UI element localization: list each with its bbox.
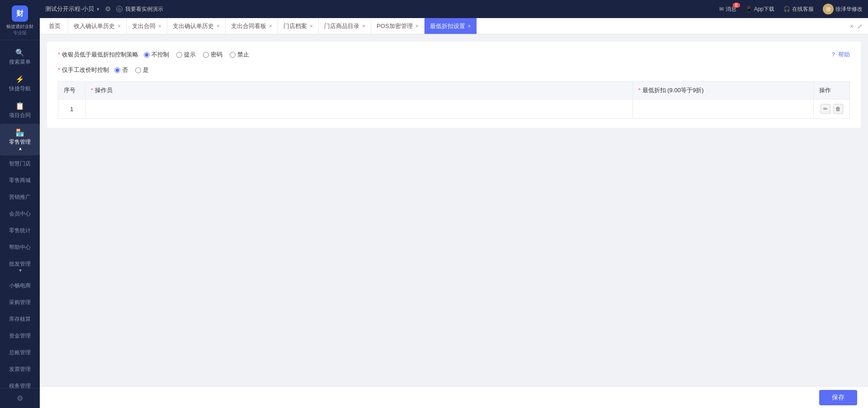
sidebar-item-label: 小畅电商: [9, 282, 31, 290]
sidebar-item-retail[interactable]: 🏪 零售管理 ▲: [0, 124, 40, 155]
sidebar-item-label: 零售管理: [9, 138, 31, 146]
sidebar-item-wholesale[interactable]: 批发管理 ▼: [0, 256, 40, 277]
sidebar-item-label: 总账管理: [9, 349, 31, 356]
sidebar-item-marketing[interactable]: 营销推广: [0, 189, 40, 206]
sidebar-item-label: 资金管理: [9, 332, 31, 340]
table-header-row: 序号 操作员 最低折扣 (9.00等于9折) 操作: [58, 82, 850, 99]
policy-option-no-control[interactable]: 不控制: [144, 51, 169, 59]
cell-discount: [633, 99, 814, 119]
topbar-message[interactable]: ✉ 消息 8: [719, 5, 736, 13]
tab-home[interactable]: 首页: [42, 18, 68, 34]
main-area: 测试分开示程-小贝 ▾ ⚙ ◎ 我要看实例演示 ✉ 消息 8 📱 App下载 🎧…: [40, 0, 868, 408]
table-header: 序号 操作员 最低折扣 (9.00等于9折) 操作: [58, 82, 850, 99]
tab-expense-contract[interactable]: 支出合同 ×: [127, 18, 167, 34]
discount-table: 序号 操作员 最低折扣 (9.00等于9折) 操作 1 ✏: [58, 81, 850, 119]
tab-pos-manage[interactable]: POS加密管理 ×: [371, 18, 424, 34]
sidebar-item-label: 营销推广: [9, 193, 31, 201]
topbar-right: ✉ 消息 8 📱 App下载 🎧 在线客服 徐 徐泽华修改: [719, 4, 863, 14]
tab-expense-board[interactable]: 支出合同看板 ×: [226, 18, 278, 34]
policy-radio-forbid[interactable]: [230, 52, 236, 58]
topbar-customer-service[interactable]: 🎧 在线客服: [783, 5, 814, 13]
project-name: 测试分开示程-小贝: [45, 5, 94, 13]
row-action-btns: ✏ 🗑: [819, 104, 844, 114]
policy-radio-password[interactable]: [203, 52, 209, 58]
manual-radio-group: 否 是: [114, 66, 149, 74]
maximize-icon[interactable]: ⤢: [857, 23, 863, 30]
sidebar-item-smart-store[interactable]: 智慧门店: [0, 155, 40, 172]
user-name: 徐泽华修改: [835, 5, 863, 13]
tab-close-icon[interactable]: ×: [217, 23, 220, 29]
sidebar-item-label: 零售统计: [9, 227, 31, 234]
sidebar-item-finance[interactable]: 资金管理: [0, 328, 40, 344]
manual-option-yes[interactable]: 是: [135, 66, 149, 74]
sidebar-item-quicknav[interactable]: ⚡ 快捷导航: [0, 70, 40, 97]
expand-icon: ▲: [18, 146, 23, 151]
tab-close-icon[interactable]: ×: [415, 23, 419, 29]
topbar-user[interactable]: 徐 徐泽华修改: [823, 4, 863, 14]
manual-label: 仅手工改价时控制: [58, 66, 109, 74]
policy-radio-no-control[interactable]: [144, 52, 150, 58]
tab-close-icon[interactable]: ×: [310, 23, 313, 29]
policy-option-remind[interactable]: 提示: [176, 51, 196, 59]
sidebar-item-ledger[interactable]: 总账管理: [0, 344, 40, 361]
sidebar-item-online-store[interactable]: 零售商城: [0, 172, 40, 189]
col-action-header: 操作: [814, 82, 850, 99]
help-icon: ？: [830, 51, 836, 59]
tab-label: 门店档案: [283, 22, 307, 30]
row-delete-btn[interactable]: 🗑: [833, 104, 843, 114]
policy-radio-remind[interactable]: [176, 52, 182, 58]
sidebar-item-stats[interactable]: 零售统计: [0, 222, 40, 239]
sidebar-item-purchase[interactable]: 采购管理: [0, 294, 40, 311]
tab-close-icon[interactable]: ×: [269, 23, 272, 29]
sidebar-item-tax[interactable]: 税务管理: [0, 378, 40, 388]
row-edit-btn[interactable]: ✏: [821, 104, 830, 114]
sidebar-item-label: 搜索菜单: [9, 58, 31, 66]
sidebar-item-invoice[interactable]: 发票管理: [0, 361, 40, 378]
project-dropdown-arrow: ▾: [97, 6, 99, 12]
save-button[interactable]: 保存: [819, 390, 857, 405]
col-discount-header: 最低折扣 (9.00等于9折): [633, 82, 814, 99]
table-row: 1 ✏ 🗑: [58, 99, 850, 119]
message-badge: 8: [733, 3, 740, 8]
manual-option-no[interactable]: 否: [114, 66, 128, 74]
settings-icon[interactable]: ⚙: [17, 394, 23, 403]
policy-option-forbid[interactable]: 禁止: [230, 51, 249, 59]
tab-min-discount[interactable]: 最低折扣设置 ×: [425, 18, 477, 34]
page-content: ？ 帮助 收银员低于最低折扣控制策略 不控制 提示: [40, 34, 868, 386]
help-link[interactable]: ？ 帮助: [830, 51, 850, 59]
tab-label: 最低折扣设置: [430, 22, 465, 30]
manual-radio-no[interactable]: [114, 67, 120, 73]
topbar-settings-icon[interactable]: ⚙: [105, 5, 111, 13]
tab-close-icon[interactable]: ×: [362, 23, 365, 29]
sidebar-item-help[interactable]: 帮助中心: [0, 239, 40, 256]
close-tab-icon[interactable]: ×: [850, 23, 854, 30]
topbar-demo[interactable]: ◎ 我要看实例演示: [116, 5, 163, 13]
topbar-app-download[interactable]: 📱 App下载: [745, 5, 774, 13]
sidebar-item-label: 快捷导航: [9, 85, 31, 93]
tab-close-icon[interactable]: ×: [118, 23, 121, 29]
topbar: 测试分开示程-小贝 ▾ ⚙ ◎ 我要看实例演示 ✉ 消息 8 📱 App下载 🎧…: [40, 0, 868, 18]
sidebar-item-label: 税务管理: [9, 382, 31, 388]
tab-expense-confirm-history[interactable]: 支出确认单历史 ×: [167, 18, 226, 34]
tab-close-icon[interactable]: ×: [158, 23, 161, 29]
sidebar-item-project[interactable]: 📋 项目合同: [0, 97, 40, 124]
topbar-project[interactable]: 测试分开示程-小贝 ▾: [45, 5, 99, 13]
manual-radio-yes[interactable]: [135, 67, 141, 73]
col-operator-header: 操作员: [85, 82, 633, 99]
sidebar-item-ecommerce[interactable]: 小畅电商: [0, 277, 40, 294]
col-seq-header: 序号: [58, 82, 85, 99]
tab-revenue-history[interactable]: 收入确认单历史 ×: [68, 18, 127, 34]
tab-close-icon[interactable]: ×: [468, 23, 471, 29]
customer-service-label: 在线客服: [792, 5, 814, 13]
sidebar-item-member[interactable]: 会员中心: [0, 206, 40, 222]
service-icon: 🎧: [783, 6, 790, 12]
cell-action: ✏ 🗑: [814, 99, 850, 119]
policy-option-password[interactable]: 密码: [203, 51, 222, 59]
tab-store-catalog[interactable]: 门店商品目录 ×: [319, 18, 371, 34]
policy-option-label: 禁止: [237, 51, 249, 59]
sidebar-item-inventory[interactable]: 库存核算: [0, 311, 40, 328]
sidebar-item-search[interactable]: 🔍 搜索菜单: [0, 44, 40, 70]
tab-store-files[interactable]: 门店档案 ×: [278, 18, 319, 34]
app-logo-text: 畅捷通好业财: [6, 23, 33, 30]
sidebar-footer: ⚙: [0, 388, 40, 408]
